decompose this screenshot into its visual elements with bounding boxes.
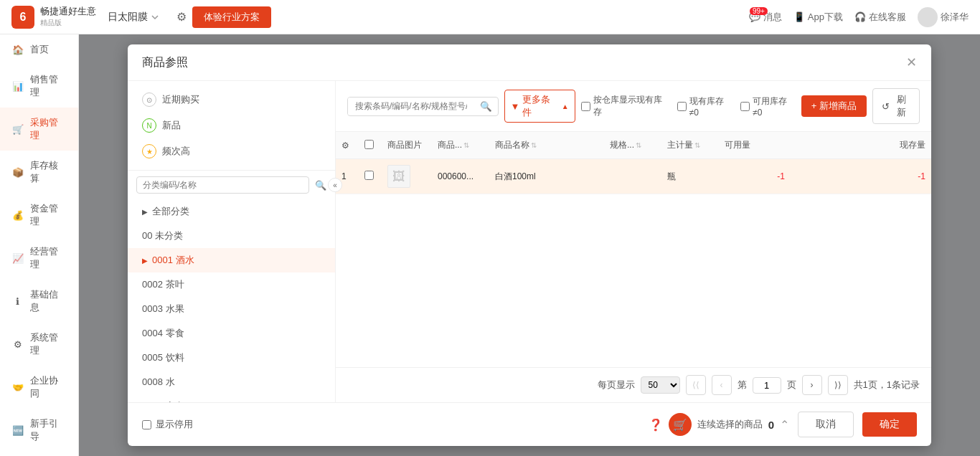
page-next-btn[interactable]: › xyxy=(802,375,822,395)
sidebar-item-info[interactable]: ℹ 基础信息 xyxy=(0,280,78,323)
messages-btn[interactable]: 💬 99+ 消息 xyxy=(749,11,782,24)
category-0004[interactable]: 0004 零食 xyxy=(128,321,335,346)
dialog-close-btn[interactable]: ✕ xyxy=(906,54,917,70)
show-disabled-toggle[interactable]: 显示停用 xyxy=(142,418,193,431)
th-code[interactable]: 商品... ⇅ xyxy=(432,132,489,159)
category-search: 🔍 xyxy=(128,171,335,199)
sidebar-item-app[interactable]: 📲 应用中心 xyxy=(0,452,78,456)
filter-more-btn[interactable]: ▼ 更多条件 ▲ xyxy=(504,90,575,123)
sidebar-item-guide[interactable]: 🆕 新手引导 xyxy=(0,409,78,452)
info-icon: ℹ xyxy=(11,295,24,308)
td-unit: 瓶 xyxy=(661,159,719,194)
checkbox-available-ne0[interactable]: 可用库存≠0 xyxy=(740,95,795,118)
right-panel: 🔍 ▼ 更多条件 ▲ 按仓库显示现有库存 xyxy=(336,81,931,402)
sidebar-item-system[interactable]: ⚙ 系统管理 xyxy=(0,323,78,366)
refresh-btn[interactable]: ↺ 刷新 xyxy=(872,88,920,124)
category-0010[interactable]: 0010 家电 xyxy=(128,394,335,402)
td-available: -1 xyxy=(719,159,791,194)
sort-name-icon: ⇅ xyxy=(531,141,537,149)
refresh-icon: ↺ xyxy=(882,101,890,112)
th-spec[interactable]: 规格... ⇅ xyxy=(604,132,661,159)
nav-right: 💬 99+ 消息 📱 App下载 🎧 在线客服 徐泽华 xyxy=(749,7,969,27)
category-0003[interactable]: 0003 水果 xyxy=(128,297,335,321)
category-list: ▶ 全部分类 00 未分类 ▶ 0001 酒水 0002 茶叶 xyxy=(128,199,335,402)
purchase-icon: 🛒 xyxy=(11,123,24,136)
phone-icon: 📱 xyxy=(793,11,805,22)
category-00[interactable]: 00 未分类 xyxy=(128,224,335,248)
settings-icon[interactable]: ⚙ xyxy=(171,10,192,24)
sidebar-item-manage[interactable]: 📈 经营管理 xyxy=(0,237,78,280)
th-unit[interactable]: 主计量 ⇅ xyxy=(661,132,719,159)
sidebar-item-purchase[interactable]: 🛒 采购管理 xyxy=(0,108,78,151)
arrow-icon: ▶ xyxy=(142,208,148,216)
page-number-input[interactable] xyxy=(753,377,781,394)
sort-spec-icon: ⇅ xyxy=(636,141,641,149)
sort-code-icon: ⇅ xyxy=(463,141,469,149)
nav-dropdown[interactable]: 日太阳膜 xyxy=(96,11,171,24)
dialog-header: 商品参照 ✕ xyxy=(128,44,931,81)
nav-new[interactable]: N 新品 xyxy=(128,113,335,138)
checkbox-warehouse[interactable]: 按仓库显示现有库存 xyxy=(581,94,669,118)
th-available: 可用量 xyxy=(719,132,791,159)
category-0008[interactable]: 0008 水 xyxy=(128,370,335,394)
chevron-up-icon: ▲ xyxy=(562,103,569,110)
nav-recent[interactable]: ⊙ 近期购买 xyxy=(128,87,335,113)
help-icon[interactable]: ❓ xyxy=(649,418,663,432)
brand-name: 畅捷通好生意 xyxy=(40,6,96,18)
footer-cart: ❓ 🛒 连续选择的商品 0 ⌃ xyxy=(649,413,789,436)
sidebar-item-collab[interactable]: 🤝 企业协同 xyxy=(0,366,78,409)
manage-icon: 📈 xyxy=(11,252,24,265)
sidebar-item-stock[interactable]: 📦 库存核算 xyxy=(0,151,78,194)
collapse-left-btn[interactable]: « xyxy=(328,178,342,192)
page-first-btn[interactable]: ⟨⟨ xyxy=(686,375,706,395)
freq-icon: ★ xyxy=(142,144,156,158)
cancel-btn[interactable]: 取消 xyxy=(798,412,854,437)
show-disabled-checkbox[interactable] xyxy=(142,420,151,429)
page-size-select[interactable]: 50 10 20 100 xyxy=(641,376,680,394)
chevron-down-icon xyxy=(151,13,159,22)
select-all-checkbox[interactable] xyxy=(364,140,374,149)
sidebar: 🏠 首页 📊 销售管理 🛒 采购管理 📦 库存核算 💰 资金管理 📈 经营管理 … xyxy=(0,34,79,456)
arrow-active-icon: ▶ xyxy=(142,257,148,265)
pagination-bar: 每页显示 50 10 20 100 ⟨⟨ ‹ 第 页 › ⟩⟩ xyxy=(336,367,931,402)
page-prev-btn[interactable]: ‹ xyxy=(712,375,732,395)
page-last-btn[interactable]: ⟩⟩ xyxy=(828,375,848,395)
th-name[interactable]: 商品名称 ⇅ xyxy=(489,132,604,159)
product-search-btn[interactable]: 🔍 xyxy=(474,98,498,115)
brand-sub: 精品版 xyxy=(40,18,96,28)
collapse-cart-icon[interactable]: ⌃ xyxy=(780,418,789,432)
category-all[interactable]: ▶ 全部分类 xyxy=(128,199,335,224)
cart-icon[interactable]: 🛒 xyxy=(669,413,692,436)
product-search-input[interactable] xyxy=(348,98,474,115)
filter-checkboxes: 按仓库显示现有库存 现有库存≠0 可用库存≠0 xyxy=(581,94,796,118)
category-0005[interactable]: 0005 饮料 xyxy=(128,346,335,370)
experience-btn[interactable]: 体验行业方案 xyxy=(192,6,271,28)
main-content: 商品参照 ✕ ⊙ 近期购买 N 新品 xyxy=(79,34,980,456)
category-0001[interactable]: ▶ 0001 酒水 xyxy=(128,248,335,272)
service-btn[interactable]: 🎧 在线客服 xyxy=(854,11,906,24)
dialog-footer: 显示停用 ❓ 🛒 连续选择的商品 0 ⌃ 取消 确定 xyxy=(128,402,931,446)
th-img: 商品图片 xyxy=(382,132,432,159)
category-0002[interactable]: 0002 茶叶 xyxy=(128,272,335,297)
checkbox-stock-ne0[interactable]: 现有库存≠0 xyxy=(677,95,732,118)
user-avatar[interactable]: 徐泽华 xyxy=(918,7,969,27)
app-download-btn[interactable]: 📱 App下载 xyxy=(793,11,843,24)
category-search-icon[interactable]: 🔍 xyxy=(315,180,326,191)
dialog-overlay: 商品参照 ✕ ⊙ 近期购买 N 新品 xyxy=(79,34,980,456)
sale-icon: 📊 xyxy=(11,80,24,92)
td-img: 🖼 xyxy=(382,159,432,194)
confirm-btn[interactable]: 确定 xyxy=(862,412,917,437)
add-product-btn[interactable]: + 新增商品 xyxy=(801,95,867,117)
category-search-input[interactable] xyxy=(136,176,309,194)
filter-icon: ▼ xyxy=(511,101,520,112)
sidebar-item-finance[interactable]: 💰 资金管理 xyxy=(0,194,78,237)
filter-bar: 🔍 ▼ 更多条件 ▲ 按仓库显示现有库存 xyxy=(336,81,931,132)
nav-frequent[interactable]: ★ 频次高 xyxy=(128,138,335,164)
product-table: ⚙ 商品图片 商品... ⇅ xyxy=(336,132,931,194)
sidebar-item-home[interactable]: 🏠 首页 xyxy=(0,34,78,65)
home-icon: 🏠 xyxy=(11,43,24,56)
sidebar-item-sales[interactable]: 📊 销售管理 xyxy=(0,65,78,108)
row-checkbox[interactable] xyxy=(364,171,374,180)
table-row[interactable]: 1 🖼 000600... xyxy=(336,159,931,194)
system-icon: ⚙ xyxy=(11,338,24,351)
